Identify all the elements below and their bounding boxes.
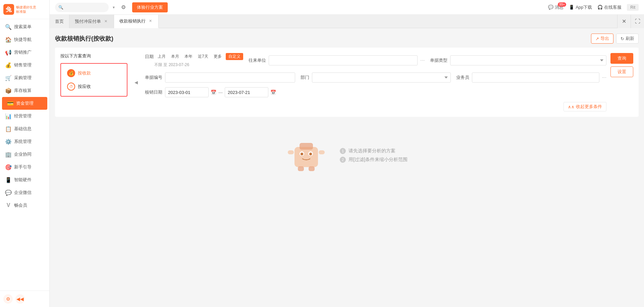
- svg-rect-8: [298, 166, 304, 171]
- offset-date-end[interactable]: [225, 87, 268, 97]
- query-btn[interactable]: 查询: [610, 53, 633, 64]
- sidebar-item-sales[interactable]: 💰 销售管理: [0, 59, 49, 71]
- sidebar-item-smart-hw[interactable]: 📱 智能硬件: [0, 173, 49, 186]
- filter-by-receivable[interactable]: ⏱ 按应收: [64, 80, 124, 93]
- topbar: 🔍 ▾ ⚙ 体验行业方案 💬 消息 99+ 📱 App下载 🎧 在线客服 Rit: [50, 0, 644, 15]
- tab-receipt-offset[interactable]: 收款核销执行 ✕: [114, 15, 159, 28]
- sidebar-item-purchase[interactable]: 🛒 采购管理: [0, 71, 49, 84]
- app-logo: 兔 畅捷通好生意 标准版: [0, 0, 49, 19]
- salesman-input[interactable]: [472, 72, 599, 83]
- empty-tips: 1 请先选择要分析的方案 2 用[过滤]条件来缩小分析范围: [340, 148, 408, 163]
- sidebar-menu: 🔍 搜索菜单 🏠 快捷导航 📢 营销推广 💰 销售管理 🛒 采购管理 📦 库存核…: [0, 19, 49, 291]
- empty-tip-2: 2 用[过滤]条件来缩小分析范围: [340, 157, 408, 163]
- tab-expand-btn[interactable]: ⛶: [631, 15, 644, 28]
- page-title: 收款核销执行(按收款): [55, 35, 113, 43]
- date-custom-btn[interactable]: 自定义: [226, 53, 243, 60]
- form-group-salesman: 业务员 ···: [456, 72, 606, 83]
- salesman-label: 业务员: [456, 74, 469, 81]
- filter-sidebar-box: 💰 按收款 ⏱ 按应收: [60, 63, 127, 97]
- search-form-buttons: 查询 设置: [610, 53, 633, 111]
- department-select[interactable]: [312, 72, 451, 83]
- svg-rect-6: [288, 150, 294, 154]
- logo-icon: 兔: [3, 4, 14, 15]
- solution-btn[interactable]: 体验行业方案: [132, 2, 168, 12]
- online-service-btn[interactable]: 🎧 在线客服: [597, 4, 622, 10]
- settings-bottom-btn[interactable]: ⚙: [3, 294, 13, 304]
- form-group-date: 日期 上月 本月 本年 近7天 更多 自定义: [145, 53, 243, 68]
- app-download-btn[interactable]: 📱 App下载: [569, 4, 592, 10]
- export-btn[interactable]: ↗ 导出: [591, 34, 613, 44]
- date-quick-select: 上月 本月 本年 近7天 更多 自定义: [156, 53, 243, 60]
- date-btn-7days[interactable]: 近7天: [197, 53, 210, 60]
- collapse-sidebar-btn[interactable]: ◀◀: [15, 294, 25, 304]
- doc-type-select[interactable]: [450, 55, 606, 65]
- date-btn-last-month[interactable]: 上月: [156, 53, 167, 60]
- sidebar-item-vip[interactable]: V 畅会员: [0, 199, 49, 212]
- sidebar-item-basic-info[interactable]: 📋 基础信息: [0, 122, 49, 135]
- calendar-end-icon[interactable]: 📅: [270, 90, 276, 95]
- basic-info-icon: 📋: [5, 126, 11, 132]
- date-label: 日期: [145, 54, 154, 60]
- sidebar-item-inventory[interactable]: 📦 库存核算: [0, 84, 49, 97]
- purchase-icon: 🛒: [5, 75, 11, 81]
- svg-point-5: [309, 153, 312, 155]
- refresh-btn[interactable]: ↻ 刷新: [616, 34, 639, 44]
- form-group-doc-number: 单据编号: [145, 72, 295, 83]
- svg-rect-1: [300, 143, 313, 150]
- form-row-3: 核销日期 📅 — 📅: [145, 87, 606, 97]
- calendar-start-icon[interactable]: 📅: [211, 90, 216, 95]
- topbar-right: 💬 消息 99+ 📱 App下载 🎧 在线客服 Rit: [548, 4, 639, 11]
- finance-icon: 💳: [7, 100, 13, 106]
- date-btn-more[interactable]: 更多: [212, 53, 223, 60]
- search-menu-icon: 🔍: [5, 24, 11, 30]
- sidebar-item-enterprise[interactable]: 🏢 企业协同: [0, 148, 49, 161]
- topbar-dropdown-arrow[interactable]: ▾: [113, 5, 115, 10]
- offset-date-start[interactable]: [165, 87, 209, 97]
- tip-num-1: 1: [340, 148, 346, 154]
- sidebar-item-quick-nav[interactable]: 🏠 快捷导航: [0, 33, 49, 46]
- filter-by-receipt[interactable]: 💰 按收款: [64, 66, 124, 80]
- sidebar-item-guide[interactable]: 🎯 新手引导: [0, 161, 49, 173]
- svg-rect-7: [319, 150, 325, 154]
- offset-date-range: 📅 — 📅: [165, 87, 276, 97]
- date-btn-this-year[interactable]: 本年: [183, 53, 194, 60]
- filter-panel: 按以下方案查询 💰 按收款 ⏱ 按应收 ◀: [55, 48, 639, 117]
- tab-prepay[interactable]: 预付冲应付单 ✕: [69, 15, 114, 28]
- topbar-gear-btn[interactable]: ⚙: [119, 3, 128, 12]
- sidebar-bottom: ⚙ ◀◀: [0, 291, 49, 307]
- date-btn-this-month[interactable]: 本月: [170, 53, 180, 60]
- operation-icon: 📊: [5, 113, 11, 119]
- message-badge[interactable]: 💬 消息 99+: [548, 4, 564, 10]
- sidebar-item-wechat[interactable]: 💬 企业微信: [0, 186, 49, 199]
- doc-number-label: 单据编号: [145, 74, 162, 81]
- tab-home[interactable]: 首页: [50, 15, 69, 28]
- more-conditions-btn[interactable]: ∧∧ 收起更多条件: [564, 102, 606, 111]
- sidebar-item-operation[interactable]: 📊 经营管理: [0, 110, 49, 122]
- filter-collapse-btn[interactable]: ◀: [133, 53, 140, 111]
- sidebar-item-marketing[interactable]: 📢 营销推广: [0, 46, 49, 59]
- wechat-icon: 💬: [5, 190, 11, 196]
- smart-hw-icon: 📱: [5, 177, 11, 183]
- sidebar-item-finance[interactable]: 💳 资金管理: [2, 97, 47, 110]
- doc-number-input[interactable]: [165, 72, 295, 83]
- date-separator: —: [218, 90, 223, 95]
- salesman-dots[interactable]: ···: [602, 74, 606, 81]
- enterprise-icon: 🏢: [5, 151, 11, 157]
- more-conditions: ∧∧ 收起更多条件: [145, 102, 606, 111]
- counterparty-dots[interactable]: ···: [420, 57, 425, 63]
- search-form: 日期 上月 本月 本年 近7天 更多 自定义: [145, 53, 633, 111]
- tab-receipt-offset-close[interactable]: ✕: [148, 18, 153, 24]
- marketing-icon: 📢: [5, 49, 11, 55]
- setting-btn[interactable]: 设置: [610, 66, 633, 77]
- counterparty-input[interactable]: [269, 55, 418, 65]
- sidebar-item-system[interactable]: ⚙️ 系统管理: [0, 135, 49, 148]
- sidebar-item-search-menu[interactable]: 🔍 搜索菜单: [0, 20, 49, 33]
- user-avatar[interactable]: Rit: [627, 4, 639, 11]
- receivable-filter-icon: ⏱: [67, 83, 75, 91]
- department-label: 部门: [301, 74, 309, 81]
- form-row-1: 日期 上月 本月 本年 近7天 更多 自定义: [145, 53, 606, 68]
- tab-close-all-btn[interactable]: ✕: [617, 15, 631, 28]
- topbar-search-box[interactable]: 🔍: [55, 3, 109, 12]
- vip-icon: V: [5, 202, 11, 208]
- tab-prepay-close[interactable]: ✕: [103, 19, 108, 24]
